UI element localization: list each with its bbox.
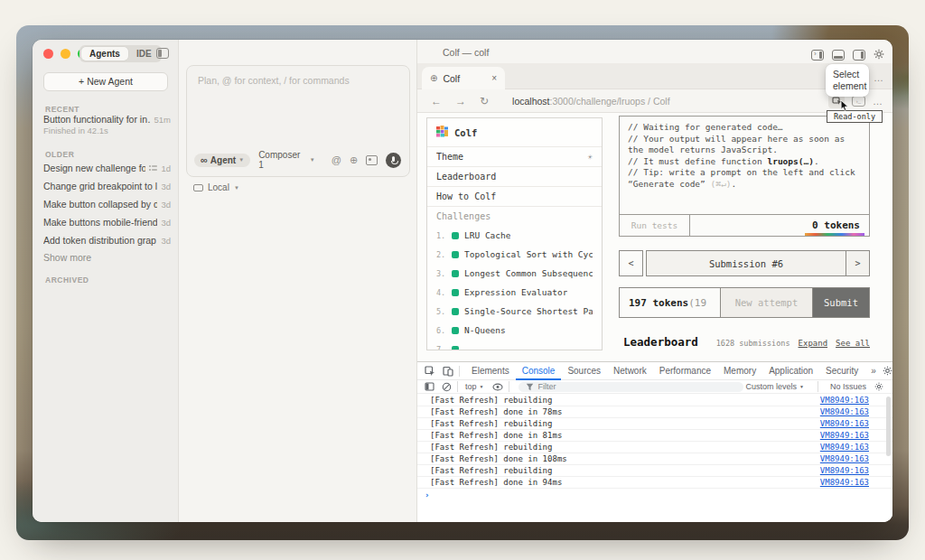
reload-icon[interactable]: ↻ (480, 95, 489, 107)
microphone-button[interactable] (386, 153, 401, 168)
log-source-link[interactable]: VM8949:163 (820, 478, 869, 487)
agent-list-item[interactable]: Design new challenge fo… 1d (43, 162, 171, 174)
log-source-link[interactable]: VM8949:163 (820, 466, 869, 475)
log-text: [Fast Refresh] done in 81ms (430, 431, 562, 440)
nav-item-how-to[interactable]: How to Colf (427, 186, 602, 206)
code-output[interactable]: // Waiting for generated code… // Your o… (620, 117, 869, 214)
devtools-tab-security[interactable]: Security (819, 362, 864, 380)
log-source-link[interactable]: VM8949:163 (820, 419, 869, 428)
devtools-tab-network[interactable]: Network (607, 362, 653, 380)
context-selector[interactable]: top▼ (465, 382, 483, 391)
tab-ide[interactable]: IDE (128, 47, 160, 61)
agent-list-item[interactable]: Make buttons mobile-friend… 3d (43, 216, 171, 229)
show-more-button[interactable]: Show more (43, 251, 171, 264)
console-sidebar-icon[interactable] (425, 382, 434, 391)
model-dropdown[interactable]: Composer 1 ▼ (258, 150, 315, 170)
log-source-link[interactable]: VM8949:163 (820, 454, 869, 463)
log-text: [Fast Refresh] rebuilding (430, 396, 552, 405)
expand-link[interactable]: Expand (799, 339, 828, 348)
challenge-status-icon (452, 251, 459, 258)
challenge-title: LRU Cache (464, 230, 510, 240)
console-log-row: [Fast Refresh] done in 108msVM8949:163 (417, 453, 892, 465)
url-field[interactable]: localhost:3000/challenge/lruops / Colf (512, 96, 670, 107)
web-icon[interactable]: ⊕ (350, 155, 358, 165)
settings-gear-icon[interactable] (874, 47, 884, 63)
challenge-item-partial[interactable]: 7. (427, 340, 602, 350)
issues-counter[interactable]: No Issues (830, 382, 866, 391)
agents-sidebar: Agents IDE + New Agent RECENT Button fun… (33, 40, 179, 522)
sidebar-toggle-icon[interactable] (156, 48, 169, 59)
console-prompt[interactable]: › (417, 489, 892, 500)
devtools-tab-memory[interactable]: Memory (717, 362, 762, 380)
chevron-down-icon: ▼ (310, 157, 315, 163)
devtools-tab-performance[interactable]: Performance (653, 362, 717, 380)
log-source-link[interactable]: VM8949:163 (820, 407, 869, 416)
challenge-item[interactable]: 1.LRU Cache (427, 226, 602, 245)
challenge-item[interactable]: 6.N-Queens (427, 321, 602, 340)
agent-list-item[interactable]: Make button collapsed by d… 3d (43, 198, 171, 210)
forward-icon[interactable]: → (455, 95, 466, 107)
log-text: [Fast Refresh] done in 78ms (430, 407, 562, 416)
console-log-row: [Fast Refresh] done in 94msVM8949:163 (417, 477, 892, 489)
console-filter-input[interactable]: Filter (519, 382, 743, 392)
image-icon[interactable] (366, 155, 378, 165)
devtools-tab-console[interactable]: Console (516, 362, 562, 380)
mention-icon[interactable]: @ (332, 155, 341, 165)
new-attempt-button[interactable]: New attempt (721, 287, 813, 318)
run-tests-button[interactable]: Run tests (620, 215, 690, 236)
challenge-item[interactable]: 5.Single-Source Shortest Paths (427, 302, 602, 321)
agent-list-item[interactable]: Change grid breakpoint to l… 3d (43, 180, 171, 192)
panel-left-icon[interactable] (811, 50, 824, 61)
devtools-more-tabs-icon[interactable]: » (864, 362, 883, 380)
clear-console-icon[interactable] (442, 382, 452, 392)
devtools-tab-elements[interactable]: Elements (465, 362, 516, 380)
urlbar-more-icon[interactable]: … (873, 96, 883, 107)
browser-tab[interactable]: ⊕ Colf × (422, 67, 505, 89)
device-toolbar-icon[interactable] (443, 366, 453, 377)
next-submission-button[interactable]: > (846, 251, 869, 275)
log-levels-dropdown[interactable]: Custom levels▼ (745, 382, 803, 391)
back-icon[interactable]: ← (431, 95, 442, 107)
panel-bottom-icon[interactable] (832, 50, 845, 61)
new-agent-button[interactable]: + New Agent (43, 72, 168, 91)
close-icon[interactable]: × (491, 73, 497, 83)
devtools-tab-sources[interactable]: Sources (561, 362, 607, 380)
devtools-tab-application[interactable]: Application (762, 362, 819, 380)
composer-input[interactable]: Plan, @ for context, / for commands ∞ Ag… (186, 65, 410, 177)
log-source-link[interactable]: VM8949:163 (820, 443, 869, 452)
sun-icon[interactable]: ☀ (588, 153, 593, 162)
console-log-list: [Fast Refresh] rebuildingVM8949:163 [Fas… (417, 395, 892, 522)
terminal-icon[interactable]: ›_ (852, 96, 865, 107)
agent-mode-dropdown[interactable]: ∞ Agent ▼ (194, 154, 250, 167)
console-scrollbar[interactable] (886, 397, 891, 456)
nav-item-leaderboard[interactable]: Leaderboard (427, 166, 602, 186)
tabstrip-more-icon[interactable]: … (874, 72, 884, 83)
minimize-window-button[interactable] (61, 49, 70, 59)
challenge-item[interactable]: 2.Topological Sort with Cycle… (427, 245, 602, 264)
inspect-element-icon[interactable] (425, 366, 435, 377)
chevron-down-icon: ▼ (238, 157, 244, 163)
log-source-link[interactable]: VM8949:163 (820, 431, 869, 440)
agent-list-item[interactable]: Button functionality for in… 51m (43, 113, 171, 126)
prev-submission-button[interactable]: < (619, 250, 643, 276)
challenge-title: Single-Source Shortest Paths (464, 306, 593, 316)
nav-item-theme[interactable]: Theme ☀ (427, 146, 602, 166)
agent-list-item[interactable]: Add token distribution grap… 3d (43, 234, 171, 247)
tab-agents[interactable]: Agents (81, 47, 128, 61)
token-rainbow-strip (805, 233, 864, 236)
agent-item-time: 3d (161, 236, 171, 246)
challenge-item[interactable]: 4.Expression Evaluator (427, 283, 602, 302)
environment-dropdown[interactable]: Local ▼ (193, 182, 239, 192)
log-source-link[interactable]: VM8949:163 (820, 396, 869, 405)
see-all-link[interactable]: See all (836, 339, 870, 348)
panel-right-icon[interactable] (853, 50, 865, 61)
issues-settings-icon[interactable] (874, 382, 883, 391)
live-expression-icon[interactable] (492, 383, 503, 391)
window-layout-icons (811, 47, 884, 63)
code-output-card: // Waiting for generated code… // Your o… (619, 116, 870, 237)
challenge-item[interactable]: 3.Longest Common Subsequence (427, 264, 602, 283)
submit-button[interactable]: Submit (813, 287, 870, 318)
challenge-status-icon (452, 327, 459, 334)
devtools-settings-icon[interactable] (883, 363, 892, 379)
close-window-button[interactable] (43, 49, 53, 59)
